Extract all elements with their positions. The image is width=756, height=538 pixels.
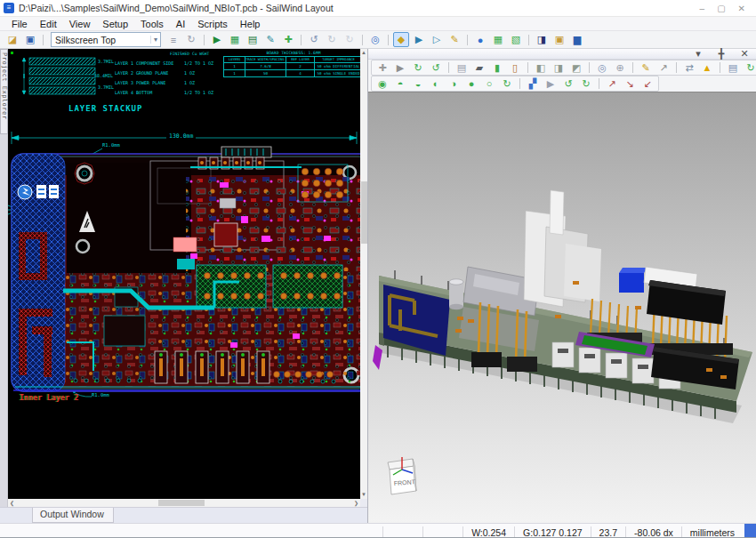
rotate-y-icon[interactable]: ↘ xyxy=(622,76,638,92)
layer-select-combo[interactable]: Silkscreen Top ▾ xyxy=(51,32,161,47)
refresh-3d-icon[interactable]: ↻ xyxy=(743,60,756,76)
pcb-canvas[interactable]: FINISHED Cu WGHT LAYER 1 COMPONENT SIDE1… xyxy=(8,49,360,499)
view-front-icon[interactable]: ● xyxy=(463,76,479,92)
orientation-cube[interactable]: FRONT xyxy=(388,457,416,494)
maximize-button[interactable]: ▢ xyxy=(717,4,725,13)
view-back-icon[interactable]: ○ xyxy=(481,76,497,92)
scroll-right-icon[interactable]: ❯ xyxy=(352,500,360,506)
glue-icon[interactable]: ◆ xyxy=(393,32,409,47)
status-bar: W:0.254 G:0.127 0.127 23.7 -80.06 dx mil… xyxy=(0,523,756,538)
select-net-icon[interactable]: ▶ xyxy=(411,32,427,47)
zoom-window-icon[interactable]: ◎ xyxy=(594,60,610,76)
select-icon[interactable]: ▶ xyxy=(392,60,408,76)
horizontal-scroll-thumb[interactable] xyxy=(158,500,205,506)
status-delta: -80.06 dx xyxy=(625,526,681,538)
chevron-down-icon[interactable]: ▾ xyxy=(150,36,160,44)
measure-point-icon[interactable]: ↗ xyxy=(655,60,672,76)
view3d-toolbar-row1: ✚▶↻↺▤▰▮▯◧◨◩◎⊕✎↗⇄▲▤↻◆ xyxy=(368,60,756,76)
rotate-x-icon[interactable]: ↗ xyxy=(604,76,620,92)
properties-icon[interactable]: ≡ xyxy=(165,32,181,47)
net-grid-icon[interactable]: ▦ xyxy=(227,32,243,47)
view-right-icon[interactable]: ◑ xyxy=(446,76,462,92)
orbit-icon[interactable]: ↺ xyxy=(428,60,444,76)
snap-grid-icon[interactable]: ▞ xyxy=(525,76,541,92)
menu-help[interactable]: Help xyxy=(234,19,267,29)
horizontal-scrollbar[interactable]: ❮ ❯ xyxy=(8,499,360,507)
menu-edit[interactable]: Edit xyxy=(34,19,63,29)
stackup-layer-name: LAYER 3 POWER PLANE xyxy=(115,80,184,85)
menu-ai[interactable]: AI xyxy=(170,19,191,29)
layer-stack-icon[interactable]: ▤ xyxy=(245,32,261,47)
menu-file[interactable]: File xyxy=(5,19,34,29)
view-rotate-icon[interactable]: ↻ xyxy=(499,76,515,92)
toolbar-separator xyxy=(676,62,677,73)
status-units[interactable]: millimeters xyxy=(681,526,743,538)
verify-report-icon[interactable]: ▧ xyxy=(508,32,524,47)
pick-icon[interactable]: ▶ xyxy=(543,76,559,92)
view-top-icon[interactable]: ◓ xyxy=(392,76,408,92)
layout-pane: Project Explorer xyxy=(0,49,367,523)
report-icon[interactable]: ▤ xyxy=(725,60,741,76)
close-button[interactable]: ✕ xyxy=(738,4,745,13)
sphere-3d-icon[interactable]: ● xyxy=(472,32,488,47)
padstack-icon[interactable]: ✚ xyxy=(280,32,296,47)
scroll-up-icon[interactable]: ▲ xyxy=(361,49,366,57)
rotate-z-icon[interactable]: ↙ xyxy=(639,76,655,92)
output-window-tab[interactable]: Output Window xyxy=(32,508,114,523)
board-thickness-label: BOARD THICKNESS: 1.6MM xyxy=(223,51,360,55)
minimize-button[interactable]: – xyxy=(700,4,705,13)
status-empty-1 xyxy=(382,526,422,538)
scroll-down-icon[interactable]: ▼ xyxy=(361,491,366,499)
repeat-icon[interactable]: ↻ xyxy=(342,32,358,47)
board-tilt-mid-icon[interactable]: ◨ xyxy=(551,60,567,76)
draw-line-icon[interactable]: ✎ xyxy=(262,32,278,47)
menu-view[interactable]: View xyxy=(63,19,97,29)
export-window-icon[interactable]: ◨ xyxy=(534,32,550,47)
board-tilt-left-icon[interactable]: ◧ xyxy=(533,60,549,76)
open-icon[interactable]: ◪ xyxy=(4,32,20,47)
output-tab-row: Output Window xyxy=(0,507,367,523)
spin-right-icon[interactable]: ↻ xyxy=(578,76,594,92)
cross-section-icon[interactable]: ⇄ xyxy=(681,60,697,76)
table-cell: 50 xyxy=(245,70,286,77)
menu-setup[interactable]: Setup xyxy=(96,19,134,29)
toolbar-separator xyxy=(720,62,720,73)
measure-icon[interactable]: ✎ xyxy=(638,60,654,76)
zoom-icon[interactable]: ◎ xyxy=(367,32,383,47)
project-explorer-tab[interactable]: Project Explorer xyxy=(0,49,8,134)
rotate-view-icon[interactable]: ↻ xyxy=(410,60,426,76)
refresh-icon[interactable]: ↻ xyxy=(183,32,199,47)
pan-icon[interactable]: ✚ xyxy=(374,60,390,76)
save-icon[interactable]: ▣ xyxy=(22,32,38,47)
vertical-scroll-thumb[interactable] xyxy=(361,181,367,244)
view-bottom-icon[interactable]: ◒ xyxy=(410,76,426,92)
view3d-viewport[interactable]: FRONT xyxy=(368,92,756,523)
cleanup-icon[interactable]: ✎ xyxy=(446,32,462,47)
view-left-icon[interactable]: ◐ xyxy=(428,76,444,92)
layer-note: Inner Layer 2 xyxy=(20,393,79,402)
board-view-icon[interactable]: ▰ xyxy=(471,60,487,76)
verify-design-icon[interactable]: ▦ xyxy=(490,32,506,47)
zoom-lock-icon[interactable]: ⊕ xyxy=(612,60,628,76)
redo-icon[interactable]: ↻ xyxy=(324,32,340,47)
menu-tools[interactable]: Tools xyxy=(134,19,170,29)
spin-left-icon[interactable]: ↺ xyxy=(560,76,576,92)
corner-radius-label-bottom: R1.0mm xyxy=(92,392,109,397)
menu-scripts[interactable]: Scripts xyxy=(191,19,234,29)
copy-view-icon[interactable]: ▣ xyxy=(551,32,567,47)
toolbar-separator xyxy=(599,78,599,89)
component-bottom-icon[interactable]: ▯ xyxy=(507,60,523,76)
board-tilt-right-icon[interactable]: ◩ xyxy=(568,60,584,76)
route-icon[interactable]: ▶ xyxy=(209,32,225,47)
undo-icon[interactable]: ↺ xyxy=(306,32,322,47)
stackup-layer-name: LAYER 4 BOTTOM xyxy=(115,90,184,95)
snapshot-icon[interactable]: ▤ xyxy=(454,60,470,76)
scroll-left-icon[interactable]: ❮ xyxy=(8,500,16,506)
toolbar-separator xyxy=(301,35,302,45)
vertical-scrollbar[interactable]: ▲ ▼ xyxy=(360,49,367,499)
component-top-icon[interactable]: ▮ xyxy=(489,60,505,76)
output-monitor-icon[interactable]: ▆ xyxy=(569,32,585,47)
select-gate-icon[interactable]: ▷ xyxy=(429,32,445,47)
collision-warning-icon[interactable]: ▲ xyxy=(699,60,715,76)
view-iso-icon[interactable]: ◉ xyxy=(374,76,390,92)
